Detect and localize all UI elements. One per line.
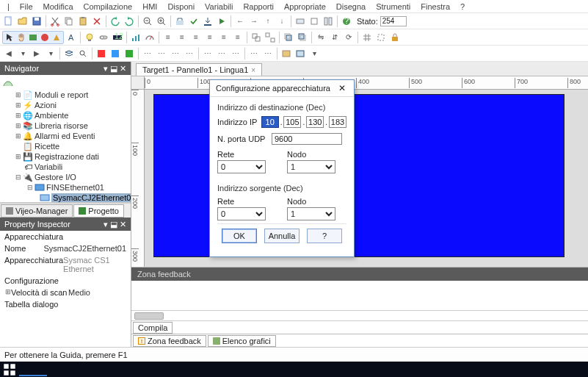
tool-a[interactable]: [294, 15, 307, 28]
autohide2-icon[interactable]: ⬓: [110, 220, 117, 229]
src-nodo-select[interactable]: 1: [287, 207, 335, 220]
find-icon[interactable]: [76, 47, 90, 60]
menu-hmi[interactable]: HMI: [139, 1, 160, 12]
help-icon[interactable]: ?: [340, 15, 353, 28]
delete-icon[interactable]: [90, 15, 104, 28]
windows-start-icon[interactable]: [3, 363, 16, 376]
ip-oct-2[interactable]: [283, 116, 301, 128]
switch-icon[interactable]: [97, 31, 110, 44]
misc-dd-icon[interactable]: ▾: [308, 47, 321, 60]
shape-circle-icon[interactable]: [39, 32, 51, 43]
misc5-icon[interactable]: ⋯: [201, 47, 214, 60]
align-top-icon[interactable]: ≡: [203, 31, 217, 44]
tree-libreria[interactable]: ⊞📚Libreria risorse: [0, 121, 131, 131]
help-button[interactable]: ?: [307, 229, 342, 243]
menu-disegna[interactable]: Disegna: [333, 1, 369, 12]
nav-back-icon[interactable]: ◀: [2, 47, 15, 60]
hand-icon[interactable]: [15, 32, 27, 43]
misc10-icon[interactable]: [280, 47, 293, 60]
prop-nome[interactable]: NomeSysmacCJ2Ethernet01: [0, 243, 131, 254]
ungroup-icon[interactable]: [264, 31, 277, 44]
misc1-icon[interactable]: ⋯: [141, 47, 154, 60]
color1-icon[interactable]: [95, 47, 108, 60]
redo-icon[interactable]: [123, 15, 136, 28]
gauge-icon[interactable]: [143, 31, 156, 44]
misc4-icon[interactable]: ⋯: [183, 47, 196, 60]
tree-regdati[interactable]: ⊞💾Registrazione dati: [0, 151, 131, 162]
save-icon[interactable]: [30, 15, 43, 28]
tab-zona-feedback[interactable]: !Zona feedback: [133, 335, 206, 347]
feedback-scrollbar[interactable]: [131, 310, 588, 320]
prop-conf[interactable]: Configurazione: [0, 275, 131, 287]
dialog-title-bar[interactable]: Configurazione apparecchiatura ✕: [210, 80, 354, 97]
doc-tab-active[interactable]: Target1 - Pannello1 - Lingua1×: [136, 63, 262, 76]
menu-appropriate[interactable]: Appropriate: [281, 1, 329, 12]
tree-allarmi[interactable]: ⊞🔔Allarmi ed Eventi: [0, 131, 131, 141]
validate-icon[interactable]: [187, 15, 200, 28]
misc11-icon[interactable]: [294, 47, 307, 60]
dest-rete-select[interactable]: 0: [217, 160, 266, 173]
cut-icon[interactable]: [48, 15, 62, 28]
misc3-icon[interactable]: ⋯: [169, 47, 182, 60]
tab-vijeo-manager[interactable]: Vijeo-Manager: [1, 204, 73, 218]
ip-oct-3[interactable]: [306, 116, 324, 128]
tab-elenco-grafici[interactable]: Elenco grafici: [208, 335, 276, 347]
tree-ricette[interactable]: 📋Ricette: [0, 141, 131, 151]
menu-finestra[interactable]: Finestra: [418, 1, 453, 12]
copy-icon[interactable]: [62, 15, 76, 28]
open-icon[interactable]: [16, 15, 29, 28]
menu-modifica[interactable]: Modifica: [40, 1, 76, 12]
chart-icon[interactable]: [129, 31, 142, 44]
layer-icon[interactable]: [62, 47, 76, 60]
align-bot-icon[interactable]: ≡: [231, 31, 244, 44]
fb-tab-compila[interactable]: Compila: [133, 322, 173, 334]
tree-sysmac[interactable]: SysmacCJ2Ethernet01 [: [0, 193, 131, 203]
dialog-close-icon[interactable]: ✕: [336, 83, 348, 93]
misc9-icon[interactable]: ⋯: [261, 47, 275, 60]
shape-rect-icon[interactable]: [27, 32, 39, 43]
cancel-button[interactable]: Annulla: [264, 229, 300, 243]
menu-variabili[interactable]: Variabili: [202, 1, 236, 12]
flip-v-icon[interactable]: ⇵: [328, 31, 341, 44]
rotate-icon[interactable]: ⟳: [342, 31, 355, 44]
misc6-icon[interactable]: ⋯: [215, 47, 228, 60]
new-icon[interactable]: [2, 15, 15, 28]
zoom-out-icon[interactable]: [141, 15, 154, 28]
run-icon[interactable]: [215, 15, 228, 28]
close-panel-icon[interactable]: ✕: [120, 64, 126, 73]
group-icon[interactable]: [250, 31, 263, 44]
nav-fwd-icon[interactable]: ▶: [30, 47, 43, 60]
arrow-up-icon[interactable]: ↑: [261, 15, 275, 28]
zoom-in-icon[interactable]: [155, 15, 168, 28]
shape-poly-icon[interactable]: [51, 32, 62, 43]
pin2-icon[interactable]: ▾: [104, 220, 108, 229]
prop-vel[interactable]: ⊞Velocità di scanMedio: [0, 287, 131, 298]
tree-ambiente[interactable]: ⊞🌐Ambiente: [0, 110, 131, 121]
lock-icon[interactable]: [388, 31, 402, 44]
menu-strumenti[interactable]: Strumenti: [373, 1, 413, 12]
menu-file[interactable]: File: [17, 1, 36, 12]
select-icon[interactable]: [4, 32, 15, 43]
ip-oct-1[interactable]: [261, 116, 279, 128]
arrow-left-icon[interactable]: ←: [233, 15, 247, 28]
menu-help[interactable]: ?: [457, 1, 468, 12]
align-left-icon[interactable]: ≡: [161, 31, 175, 44]
close-tab-icon[interactable]: ×: [251, 66, 255, 74]
tree-variabili[interactable]: 🏷Variabili: [0, 162, 131, 172]
lamp-icon[interactable]: [83, 31, 96, 44]
misc2-icon[interactable]: ⋯: [155, 47, 168, 60]
pin-icon[interactable]: ▾: [104, 64, 108, 73]
stato-input[interactable]: [380, 16, 407, 26]
back-icon[interactable]: [296, 31, 309, 44]
tree-moduli[interactable]: ⊞📄Moduli e report: [0, 90, 131, 100]
misc8-icon[interactable]: ⋯: [247, 47, 261, 60]
prop-app[interactable]: ApparecchiaturaSysmac CS1 Ethernet: [0, 254, 131, 275]
port-input[interactable]: [272, 133, 342, 145]
tree-azioni[interactable]: ⊞⚡Azioni: [0, 100, 131, 110]
tab-progetto[interactable]: Progetto: [73, 204, 124, 218]
autohide-icon[interactable]: ⬓: [110, 64, 117, 73]
prop-tab[interactable]: Tabella dialogo: [0, 298, 131, 310]
paste-icon[interactable]: [76, 15, 90, 28]
tree-gestore[interactable]: ⊟🔌Gestore I/O: [0, 172, 131, 182]
align-mid-icon[interactable]: ≡: [217, 31, 231, 44]
